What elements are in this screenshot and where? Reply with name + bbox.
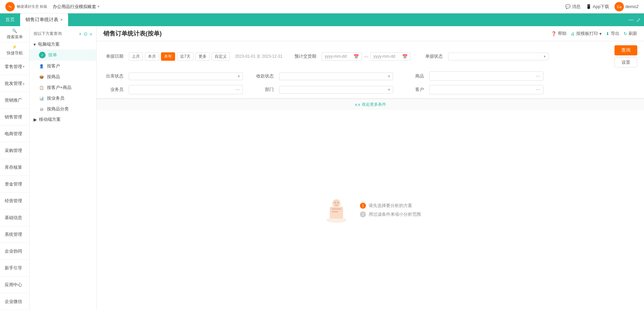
logo-area: 畅捷通好生意 标版 xyxy=(5,2,47,11)
salesman-select[interactable]: ··· xyxy=(129,85,243,94)
print-label: 按模板打印 xyxy=(576,31,598,37)
empty-tip-1: 1 请先选择要分析的方案 xyxy=(360,203,421,209)
sidebar-item-cooperation[interactable]: 企业协同 xyxy=(0,243,29,260)
logo-icon xyxy=(5,2,15,11)
sidebar-item-sales[interactable]: 销售管理 xyxy=(0,109,29,125)
tab-close-icon[interactable]: × xyxy=(60,17,63,22)
scheme-mobile-arrow: ▶ xyxy=(34,117,37,122)
message-label: 消息 xyxy=(572,4,581,10)
logo-text: 畅捷通好生意 标版 xyxy=(17,4,47,9)
export-label: 导出 xyxy=(611,31,620,37)
scheme-item-by-product[interactable]: 📦 按商品 xyxy=(30,71,96,82)
scheme-panel-header: 按以下方案查询 + ⊙ « xyxy=(30,30,96,39)
scheme-active-icon: ✓ xyxy=(41,53,44,57)
company-selector[interactable]: 办公用品行业模拟账套 ▾ xyxy=(50,4,102,10)
sidebar-item-inventory[interactable]: 库存核算 xyxy=(0,159,29,176)
app-download-button[interactable]: 📱 App下载 xyxy=(586,4,609,10)
scheme-desktop-arrow: ▾ xyxy=(34,42,36,47)
sidebar-system-label: 系统管理 xyxy=(5,231,22,238)
tab-bar: 首页 销售订单统计表 × — ⤢ xyxy=(0,13,644,26)
sidebar-item-wholesale[interactable]: 批发管理 ▴ xyxy=(0,75,29,92)
scheme-by-customer-label: 按客户 xyxy=(47,63,60,69)
expected-date-start[interactable]: yyyy-mm-dd 📅 xyxy=(322,52,362,61)
user-profile[interactable]: Ea demo2 xyxy=(614,2,639,11)
expected-date-end[interactable]: yyyy-mm-dd 📅 xyxy=(370,52,411,61)
date-range-text: 2023-01-01 至 2023-12-31 xyxy=(235,54,282,59)
sidebar-item-marketing[interactable]: 营销推广 xyxy=(0,92,29,109)
print-arrow: ▾ xyxy=(599,31,602,36)
product-select[interactable]: ··· xyxy=(429,71,543,81)
message-button[interactable]: 💬 消息 xyxy=(565,4,581,10)
scheme-customer-icon: 👤 xyxy=(39,63,44,69)
scheme-item-by-order[interactable]: ✓ 按单 xyxy=(30,49,96,61)
scheme-mobile-title[interactable]: ▶ 移动端方案 xyxy=(30,114,96,124)
top-bar-right: 💬 消息 📱 App下载 Ea demo2 xyxy=(565,2,639,11)
sidebar-item-appcenter[interactable]: 应用中心 xyxy=(0,276,29,293)
scheme-item-by-salesman[interactable]: 📊 按业务员 xyxy=(30,93,96,104)
scheme-add-icon[interactable]: + xyxy=(79,31,82,37)
date-btn-custom[interactable]: 自定义 xyxy=(212,52,230,61)
refresh-button[interactable]: ↻ 刷新 xyxy=(624,31,637,37)
tab-minimize-icon[interactable]: — xyxy=(628,17,634,23)
status-select[interactable]: ▾ xyxy=(448,53,549,60)
print-button[interactable]: 🖨 按模板打印 ▾ xyxy=(571,31,602,37)
scheme-settings-icon[interactable]: ⊙ xyxy=(84,31,88,37)
search-icon: 🔍 xyxy=(12,29,17,33)
scheme-by-order-label: 按单 xyxy=(48,52,57,58)
query-button[interactable]: 查询 xyxy=(614,45,637,55)
scheme-desktop-title[interactable]: ▾ 电脑端方案 xyxy=(30,39,96,49)
dept-arrow-icon: ▾ xyxy=(388,88,390,92)
scheme-item-by-customer-product[interactable]: 📋 按客户+商品 xyxy=(30,82,96,93)
tab-sales-stats[interactable]: 销售订单统计表 × xyxy=(20,13,68,26)
tab-maximize-icon[interactable]: ⤢ xyxy=(636,17,641,23)
salesman-dots[interactable]: ··· xyxy=(235,87,240,93)
sidebar-item-guide[interactable]: 新手引导 xyxy=(0,260,29,276)
date-btn-more[interactable]: 更多 xyxy=(196,52,210,61)
sidebar-item-system[interactable]: 系统管理 xyxy=(0,226,29,243)
scheme-header-label: 按以下方案查询 xyxy=(34,31,62,37)
collapse-label: 收起更多条件 xyxy=(362,102,386,107)
date-btn-thismonth[interactable]: 本月 xyxy=(145,52,159,61)
date-btn-thisyear[interactable]: 本年 xyxy=(161,52,175,61)
scheme-collapse-icon[interactable]: « xyxy=(90,31,92,37)
empty-illustration xyxy=(320,193,353,227)
sidebar-item-finance[interactable]: 资金管理 xyxy=(0,176,29,193)
action-buttons: 查询 设置 xyxy=(614,45,637,67)
sidebar-item-basic[interactable]: 基础信息 xyxy=(0,209,29,226)
sidebar-item-wechat[interactable]: 企业微信 xyxy=(0,293,29,310)
sidebar-guide-label: 新手引导 xyxy=(5,265,22,271)
help-button[interactable]: ❓ 帮助 xyxy=(551,31,567,37)
payment-status-select[interactable]: ▾ xyxy=(279,72,393,80)
sidebar-search[interactable]: 🔍 搜索菜单 xyxy=(0,26,29,42)
sidebar-shortcut[interactable]: ⚡ 快捷导航 xyxy=(0,42,29,58)
scheme-mobile-group: ▶ 移动端方案 xyxy=(30,114,96,124)
settings-button[interactable]: 设置 xyxy=(614,57,637,67)
shortcut-icon: ⚡ xyxy=(12,45,17,49)
product-dots[interactable]: ··· xyxy=(536,73,540,79)
scheme-desktop-label: 电脑端方案 xyxy=(38,41,60,47)
scheme-desktop-group: ▾ 电脑端方案 ✓ 按单 👤 按客户 📦 按商品 xyxy=(30,39,96,114)
export-button[interactable]: ⬇ 导出 xyxy=(606,31,620,37)
tab-home[interactable]: 首页 xyxy=(0,13,20,26)
tip-num-2: 2 xyxy=(360,211,366,217)
sidebar-retail-label: 零售管理 xyxy=(5,64,22,70)
date-btn-lastmonth[interactable]: 上月 xyxy=(129,52,143,61)
customer-select[interactable]: ··· xyxy=(429,85,543,94)
company-name: 办公用品行业模拟账套 xyxy=(53,4,96,10)
scheme-by-product-label: 按商品 xyxy=(47,74,60,80)
sidebar-item-ecommerce[interactable]: 电商管理 xyxy=(0,125,29,142)
sidebar-ecommerce-label: 电商管理 xyxy=(5,131,22,137)
sidebar-item-retail[interactable]: 零售管理 ▾ xyxy=(0,58,29,75)
date-btn-7days[interactable]: 近7天 xyxy=(177,52,194,61)
ship-status-select[interactable]: ▾ xyxy=(129,72,243,80)
scheme-item-by-customer[interactable]: 👤 按客户 xyxy=(30,61,96,71)
sidebar-item-purchase[interactable]: 采购管理 xyxy=(0,142,29,159)
scheme-salesman-icon: 📊 xyxy=(39,96,44,101)
sidebar-item-operations[interactable]: 经营管理 xyxy=(0,193,29,209)
user-name: demo2 xyxy=(625,4,639,9)
customer-dots[interactable]: ··· xyxy=(536,87,540,93)
scheme-active-dot: ✓ xyxy=(39,52,46,58)
dept-select[interactable]: ▾ xyxy=(279,86,393,94)
scheme-item-by-category[interactable]: 🗂 按商品分类 xyxy=(30,104,96,114)
collapse-row[interactable]: ∧∧ 收起更多条件 xyxy=(97,99,644,110)
